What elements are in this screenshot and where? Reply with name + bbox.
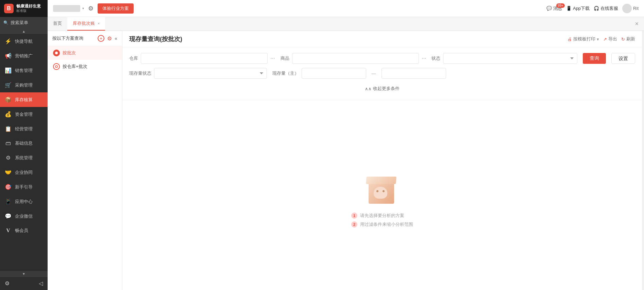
settings-btn[interactable]: 设置 (611, 53, 635, 64)
sidebar-item-marketing[interactable]: 📢 营销推广 (0, 49, 48, 63)
product-label: 商品 (281, 55, 289, 61)
export-icon: ↗ (603, 37, 607, 42)
newbie-icon: 🎯 (5, 184, 12, 190)
sidebar-item-operations[interactable]: 📋 经营管理 (0, 122, 48, 136)
query-btn[interactable]: 查询 (583, 53, 606, 64)
inventory-status-select[interactable] (154, 68, 267, 79)
warehouse-more-icon[interactable]: ··· (270, 55, 275, 61)
empty-tip-2: 2 用过滤条件来缩小分析范围 (351, 221, 413, 228)
warehouse-input[interactable] (141, 53, 268, 64)
sidebar-label-operations: 经营管理 (15, 126, 33, 132)
warehouse-label: 仓库 (129, 55, 138, 61)
footer-collapse-icon[interactable]: ◁ (39, 280, 43, 287)
empty-illustration (360, 163, 404, 207)
tab-home[interactable]: 首页 (48, 17, 67, 31)
sidebar-label-member: 畅会员 (15, 228, 28, 234)
sidebar-item-finance[interactable]: 💰 资金管理 (0, 107, 48, 122)
tip-text-1: 请先选择要分析的方案 (360, 213, 404, 219)
eye-left (376, 190, 378, 192)
svg-point-1 (55, 66, 57, 68)
app-download-action[interactable]: 📱 App下载 (566, 5, 590, 12)
sidebar-label-enterprise-collab: 企业协同 (15, 169, 33, 176)
close-all-tabs[interactable]: × (635, 20, 639, 28)
scheme-settings-btn[interactable]: ⚙ (107, 35, 112, 42)
quantity-from-input[interactable] (302, 68, 366, 79)
app-subtitle: 标准版 (16, 8, 41, 13)
dropdown-icon[interactable]: ▾ (82, 6, 84, 10)
sidebar-label-marketing: 营销推广 (15, 53, 33, 59)
sidebar-item-basic[interactable]: 🗃 基础信息 (0, 136, 48, 150)
wechat-icon: 💬 (5, 213, 12, 219)
content-area: 按以下方案查询 + ⚙ « 按批次 按仓库+批次 (48, 31, 644, 290)
filter-warehouse: 仓库 ··· (129, 53, 275, 64)
phone-icon: 📱 (566, 6, 572, 11)
box-lid (366, 177, 396, 184)
right-scrollbar[interactable] (642, 31, 644, 290)
tip-num-2: 2 (351, 221, 357, 228)
footer-settings-icon[interactable]: ⚙ (5, 280, 10, 287)
refresh-icon: ↻ (621, 37, 625, 42)
tab-close-inventory-batch[interactable]: × (98, 21, 100, 25)
sidebar-label-system: 系统管理 (15, 155, 33, 161)
product-input[interactable] (292, 53, 419, 64)
search-label: 搜索菜单 (11, 20, 28, 26)
empty-tip-1: 1 请先选择要分析的方案 (351, 213, 413, 219)
refresh-btn[interactable]: ↻ 刷新 (621, 36, 635, 42)
quantity-label: 现存量（主） (272, 70, 299, 76)
online-service-label: 在线客服 (600, 5, 618, 12)
scheme-icon-by-warehouse-batch (53, 63, 60, 70)
operations-icon: 📋 (5, 126, 12, 132)
collapse-panel-btn[interactable]: « (115, 36, 117, 41)
scheme-label-by-warehouse-batch: 按仓库+批次 (63, 64, 87, 70)
eye-right (383, 190, 385, 192)
sidebar-item-member[interactable]: V 畅会员 (0, 223, 48, 238)
print-btn[interactable]: 🖨 按模板打印 ▾ (567, 36, 599, 42)
finance-icon: 💰 (5, 111, 12, 117)
scheme-icon-by-batch (53, 50, 60, 56)
right-panel: 现存量查询(按批次) 🖨 按模板打印 ▾ ↗ 导出 ↻ 刷新 (122, 31, 642, 290)
experience-btn[interactable]: 体验行业方案 (98, 3, 134, 14)
sidebar-item-inventory[interactable]: 📦 库存核算 (0, 92, 48, 107)
sidebar-item-enterprise-collab[interactable]: 🤝 企业协同 (0, 165, 48, 180)
messages-badge: 99+ (556, 3, 565, 8)
left-panel-actions: + ⚙ « (98, 35, 117, 42)
export-btn[interactable]: ↗ 导出 (603, 36, 617, 42)
sidebar-item-newbie[interactable]: 🎯 新手引导 (0, 180, 48, 194)
sidebar-item-wechat[interactable]: 💬 企业微信 (0, 209, 48, 223)
filter-quantity: 现存量（主） — (272, 68, 446, 79)
add-scheme-btn[interactable]: + (98, 35, 104, 42)
page-header: 现存量查询(按批次) 🖨 按模板打印 ▾ ↗ 导出 ↻ 刷新 (122, 31, 642, 48)
quick-nav-icon: ⚡ (5, 38, 12, 44)
tab-inventory-batch[interactable]: 库存批次账 × (67, 17, 105, 31)
collapse-btn[interactable]: ∧∧ 收起更多条件 (362, 83, 402, 94)
messages-action[interactable]: 💬 消息 99+ (546, 5, 562, 12)
sidebar-item-sales[interactable]: 📊 销售管理 (0, 63, 48, 78)
tab-inventory-batch-label: 库存批次账 (73, 20, 95, 26)
online-service-action[interactable]: 🎧 在线客服 (594, 5, 618, 12)
username: Rit (633, 6, 639, 11)
scheme-item-by-warehouse-batch[interactable]: 按仓库+批次 (48, 60, 122, 73)
filter-status: 状态 (431, 53, 577, 64)
purchase-icon: 🛒 (5, 82, 12, 88)
collapse-label: 收起更多条件 (373, 86, 400, 92)
quantity-to-input[interactable] (382, 68, 446, 79)
sidebar-item-system[interactable]: ⚙ 系统管理 (0, 150, 48, 165)
left-panel: 按以下方案查询 + ⚙ « 按批次 按仓库+批次 (48, 31, 122, 290)
sidebar-label-app-center: 应用中心 (15, 199, 33, 205)
sidebar-header: B 畅康通好生意 标准版 (0, 0, 48, 17)
user-action[interactable]: Rit (622, 4, 639, 13)
search-menu[interactable]: 🔍 搜索菜单 (0, 17, 48, 29)
filter-product: 商品 ··· (281, 53, 426, 64)
product-more-icon[interactable]: ··· (422, 55, 426, 61)
sidebar-item-quick-nav[interactable]: ⚡ 快捷导航 (0, 34, 48, 49)
basic-icon: 🗃 (5, 140, 12, 146)
topbar-settings-btn[interactable]: ⚙ (88, 5, 94, 12)
scheme-item-by-batch[interactable]: 按批次 (48, 46, 122, 60)
sidebar-label-wechat: 企业微信 (15, 213, 33, 219)
sidebar-scroll-up[interactable]: ▲ (0, 29, 48, 34)
status-select[interactable] (443, 53, 577, 64)
app-title: 畅康通好生意 (16, 4, 41, 8)
sidebar-item-purchase[interactable]: 🛒 采购管理 (0, 78, 48, 92)
sidebar-item-app-center[interactable]: 📱 应用中心 (0, 194, 48, 209)
sidebar-scroll-down[interactable]: ▼ (0, 271, 48, 276)
